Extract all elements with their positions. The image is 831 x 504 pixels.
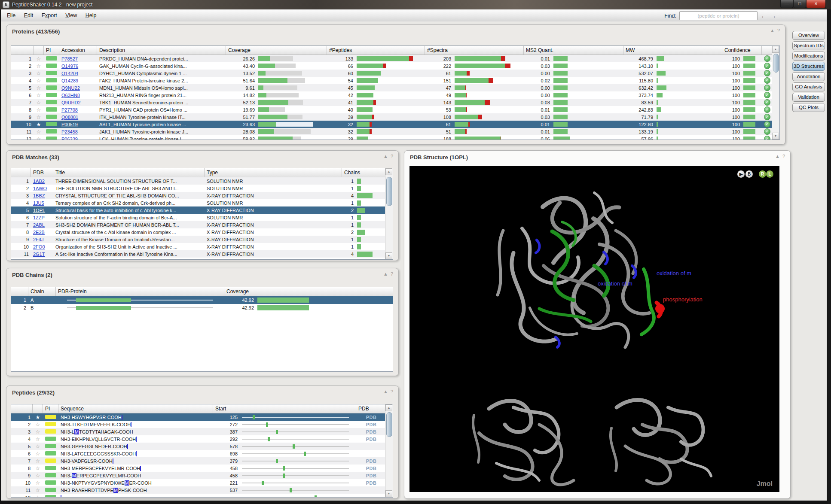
pdb-match-row[interactable]: 7 2ABL SH3-SH2 DOMAIN FRAGMENT OF HUMAN … (11, 221, 385, 228)
col-header-coverage[interactable]: Coverage (224, 287, 390, 296)
star-icon[interactable] (36, 121, 42, 128)
peptide-row[interactable]: 12 PDB (11, 494, 385, 498)
star-icon[interactable] (36, 114, 42, 120)
scroll-up-icon[interactable]: ▲ (385, 404, 392, 411)
star-icon[interactable] (35, 422, 41, 428)
jmol-control-button[interactable]: B (745, 170, 753, 178)
col-header-title[interactable]: Title (53, 168, 205, 177)
help-icon[interactable]: ? (777, 28, 780, 33)
peptide-row[interactable]: 3 NH3-LMTGDTYTAHAGAK-COOH 387 PDB (11, 428, 385, 435)
col-header-start[interactable]: Start (213, 404, 356, 413)
scroll-up-icon[interactable]: ▲ (385, 168, 392, 175)
pdb-chain-row[interactable]: 2 B 42.92 (11, 304, 393, 312)
col-header-pdb-protein[interactable]: PDB-Protein (56, 287, 224, 296)
help-icon[interactable]: ? (391, 389, 393, 394)
peptide-row[interactable]: 6 NH3-LATGEEEGGGSSSKR-COOH 698 PDB (11, 450, 385, 457)
pdb-match-row[interactable] (11, 258, 385, 260)
pdb-accession-link[interactable]: 2G1T (33, 252, 45, 257)
jmol-control-button[interactable]: L (766, 170, 773, 178)
protein-row[interactable]: 9 Q08881 ITK_HUMAN Tyrosine-protein kina… (11, 113, 772, 121)
help-icon[interactable]: ? (391, 154, 393, 159)
col-header-sequence[interactable]: Sequence (58, 404, 213, 413)
star-icon[interactable] (36, 107, 42, 113)
maximize-button[interactable]: □ (793, 0, 806, 8)
col-header-description[interactable]: Description (97, 46, 226, 55)
pdb-link[interactable]: PDB (366, 473, 377, 478)
pdb-match-row[interactable]: 1 1AB2 THREE-DIMENSIONAL SOLUTION STRUCT… (11, 177, 385, 185)
pdb-match-row[interactable]: 8 2E2B Crystal structure of the c-Abl ki… (11, 228, 385, 236)
pdb-link[interactable]: PDB (366, 458, 377, 464)
star-icon[interactable] (36, 129, 42, 135)
peptide-row[interactable]: 7 NH3-VADFGLSR-COOH 379 PDB (11, 457, 385, 465)
jmol-control-button[interactable]: R (759, 170, 766, 178)
pdb-match-row[interactable]: 2 1AWO THE SOLUTION NMR STRUCTURE OF ABL… (11, 185, 385, 192)
view-tab[interactable]: 3D Structures (792, 62, 825, 71)
proteins-scrollbar[interactable]: ▲ ▼ (772, 46, 779, 140)
protein-row[interactable]: 2 O14976 GAK_HUMAN Cyclin-G-associated k… (11, 62, 772, 70)
peptide-row[interactable]: 5 NH3-GPPEGGLNEDER-COOH 578 PDB (11, 443, 385, 450)
star-icon[interactable] (36, 85, 42, 91)
pdb-match-row[interactable]: 4 1JU5 Ternary complex of an Crk SH2 dom… (11, 199, 385, 206)
accession-link[interactable]: P23458 (61, 129, 78, 134)
pdb-accession-link[interactable]: 2F4J (33, 237, 43, 242)
scroll-up-icon[interactable]: ▲ (772, 46, 779, 53)
menu-item[interactable]: Edit (21, 12, 37, 18)
view-tab[interactable]: Validation (792, 93, 825, 102)
protein-row[interactable]: 1 P78527 PRKDC_HUMAN DNA-dependent prote… (11, 55, 772, 62)
protein-row[interactable]: 6 Q63HN8 RN213_HUMAN RING finger protein… (11, 91, 772, 99)
menu-item[interactable]: View (62, 12, 80, 18)
star-icon[interactable] (35, 443, 41, 449)
col-header-pi[interactable]: PI (43, 404, 58, 413)
pdb-accession-link[interactable]: 2E2B (33, 230, 45, 235)
accession-link[interactable]: Q08881 (61, 115, 78, 120)
col-header-ms2-quant[interactable]: MS2 Quant. (524, 46, 623, 55)
col-header-star[interactable] (33, 404, 43, 413)
minimize-button[interactable]: — (780, 0, 793, 8)
pdb-link[interactable]: PDB (366, 437, 377, 442)
menu-item[interactable]: Export (38, 12, 61, 18)
col-header-index[interactable] (11, 46, 34, 55)
help-icon[interactable]: ? (782, 154, 785, 159)
scroll-thumb[interactable] (386, 412, 392, 437)
col-header-pi[interactable]: PI (44, 46, 59, 55)
col-header-chain[interactable]: Chain (28, 287, 56, 296)
star-icon[interactable] (35, 473, 41, 479)
col-header-star[interactable] (34, 46, 44, 55)
protein-row[interactable]: 4 Q14289 FAK2_HUMAN Protein-tyrosine kin… (11, 77, 772, 84)
find-next-icon[interactable]: → (770, 12, 776, 19)
scroll-down-icon[interactable]: ▼ (385, 252, 392, 259)
export-panel-icon[interactable]: ▲ (383, 389, 388, 394)
pdb-accession-link[interactable]: 1JU5 (33, 200, 44, 206)
jmol-control-button[interactable]: ▶ (737, 170, 745, 178)
col-header-pdb[interactable]: PDB (31, 168, 53, 177)
star-icon[interactable] (35, 480, 41, 486)
star-icon[interactable] (36, 70, 42, 76)
scroll-thumb[interactable] (773, 54, 779, 73)
accession-link[interactable]: Q14204 (61, 71, 78, 76)
col-header-index[interactable] (11, 168, 31, 177)
star-icon[interactable] (36, 56, 42, 62)
view-tab[interactable]: Annotation (792, 72, 825, 81)
peptide-row[interactable]: 9 NH3-MERPEGCPEKVYELMR-COOH 458 PDB (11, 472, 385, 479)
protein-row[interactable]: 8 P27708 PYR1_HUMAN CAD protein OS=Homo … (11, 106, 772, 113)
col-header-mw[interactable]: MW (623, 46, 722, 55)
protein-row[interactable]: 7 Q9UHD2 TBK1_HUMAN Serine/threonine-pro… (11, 99, 772, 106)
col-header-spectra[interactable]: #Spectra (425, 46, 524, 55)
col-header-peptides[interactable]: #Peptides (327, 46, 425, 55)
scroll-down-icon[interactable]: ▼ (772, 133, 779, 140)
pdb-link[interactable]: PDB (366, 415, 377, 420)
peptide-row[interactable]: 2 NH3-TLKEDTMEVEEFLK-COOH 272 PDB (11, 421, 385, 428)
star-icon[interactable] (35, 451, 41, 457)
col-header-chains[interactable]: Chains (342, 168, 385, 177)
star-icon[interactable] (35, 465, 41, 471)
pdb-match-row[interactable]: 10 2FO0 Organization of the SH3-SH2 Unit… (11, 243, 385, 250)
close-button[interactable]: × (806, 0, 826, 8)
export-panel-icon[interactable]: ▲ (775, 154, 780, 159)
accession-link[interactable]: P00519 (61, 122, 78, 127)
star-icon[interactable] (35, 458, 41, 464)
star-icon[interactable] (36, 63, 42, 69)
pdb-chain-row[interactable]: 1 A 42.92 (11, 296, 393, 304)
accession-link[interactable]: O14976 (61, 64, 78, 69)
export-panel-icon[interactable]: ▲ (383, 154, 388, 159)
pdb-accession-link[interactable]: 1AWO (33, 186, 47, 191)
